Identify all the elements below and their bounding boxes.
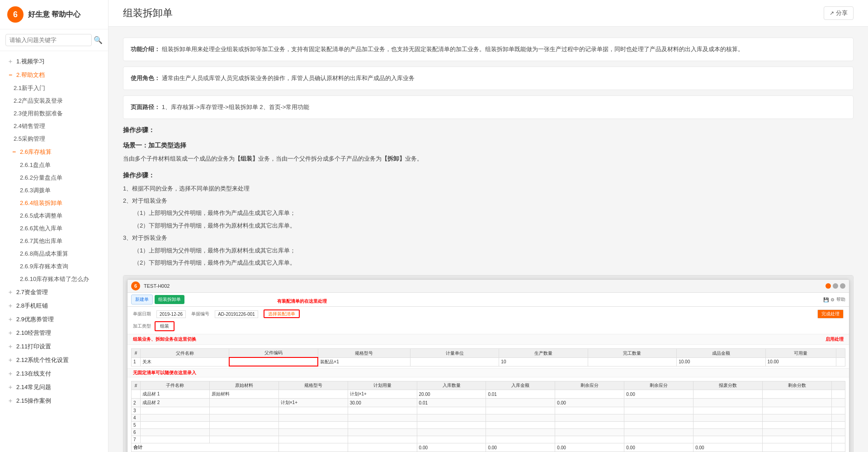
minus-icon-2-6: － — [11, 148, 17, 156]
nav-sub-2-2[interactable]: 2.2产品安装及登录 — [0, 95, 108, 107]
sidebar-item-2-15[interactable]: ＋ 2.15操作案例 — [0, 394, 108, 408]
nav-sub-2-6-2[interactable]: 2.6.2分量盘点单 — [0, 171, 108, 184]
win-icon-1 — [826, 283, 831, 289]
nav-sub-2-6-5[interactable]: 2.6.5成本调整单 — [0, 209, 108, 222]
fake-confirm-btn[interactable]: 完成处理 — [817, 309, 844, 319]
sidebar-item-2-6[interactable]: － 2.6库存核算 — [0, 145, 108, 159]
role-text: 通常由生产人员或库管人员完成拆装业务的操作，库管人员确认原材料的出库和产成品的入… — [162, 75, 415, 81]
fake-process-val[interactable]: 组装 — [155, 321, 175, 331]
nav-sub-2-3[interactable]: 2.3使用前数据准备 — [0, 107, 108, 120]
fake-upper-table: # 父件名称 父件编码 规格型号 计量单位 生产数量 完工数量 成品金额 可用量 — [127, 345, 849, 368]
search-input[interactable] — [5, 34, 92, 46]
share-label: 分享 — [836, 9, 848, 17]
sidebar-item-2[interactable]: － 2.帮助文档 — [0, 68, 108, 82]
fake-nav-icon-3: 帮助 — [836, 296, 845, 303]
nav-sub-2-6-3[interactable]: 2.6.3调拨单 — [0, 184, 108, 197]
plus-icon-1: ＋ — [7, 57, 14, 66]
main-content: 组装拆卸单 ↗ 分享 功能介绍： 组装拆卸单用来处理企业组装或拆卸等加工业务，支… — [108, 0, 868, 452]
nav-sub-2-6-1[interactable]: 2.6.1盘点单 — [0, 159, 108, 171]
fake-app-logo: 6 — [131, 281, 140, 290]
nav-sub-2-6-9[interactable]: 2.6.9库存账本查询 — [0, 260, 108, 273]
fake-app-nav: 新建单 组装拆卸单 💾 ⚙ 帮助 — [127, 293, 849, 307]
table-row: 成品材 1 原始材料 计划×1+ 20.00 0.01 0.00 — [132, 390, 845, 399]
fake-process-label: 加工类型 — [133, 323, 151, 329]
scene1-heading: 场景一：加工类型选择 — [123, 142, 854, 150]
intro-label: 功能介绍： — [131, 46, 160, 52]
search-button[interactable]: 🔍 — [94, 36, 103, 44]
nav-sub-2-5[interactable]: 2.5采购管理 — [0, 133, 108, 145]
step1: 1、根据不同的业务，选择不同单据的类型来处理 — [123, 183, 854, 194]
share-button[interactable]: ↗ 分享 — [824, 6, 854, 20]
ops-section: 操作步骤： 场景一：加工类型选择 当由多个子件材料组装成一个成品的业务为【组装】… — [123, 126, 854, 268]
table-row: 3 — [132, 407, 845, 414]
nav-sub-2-6-4[interactable]: 2.6.4组装拆卸单 — [0, 197, 108, 209]
minus-icon-2: － — [7, 71, 14, 79]
screenshot-container: 6 TEST-H002 新建单 组装拆卸单 💾 — [123, 275, 854, 452]
table-row: 6 — [132, 429, 845, 436]
sidebar-label-2-13: 2.13在线支付 — [16, 370, 51, 378]
ops-steps-heading: 操作步骤： — [123, 171, 854, 180]
sidebar-item-2-13[interactable]: ＋ 2.13在线支付 — [0, 367, 108, 381]
sidebar-item-2-9[interactable]: ＋ 2.9优惠券管理 — [0, 313, 108, 326]
fake-tab-new[interactable]: 新建单 — [131, 295, 153, 305]
page-title: 组装拆卸单 — [123, 6, 173, 20]
fake-nav-icon-1: 💾 — [823, 297, 829, 302]
nav-sub-2-6-8[interactable]: 2.6.8商品成本重算 — [0, 247, 108, 260]
sidebar-item-2-10[interactable]: ＋ 2.10经营管理 — [0, 326, 108, 340]
top-bar: 组装拆卸单 ↗ 分享 — [108, 0, 868, 27]
plus-icon-2-14: ＋ — [7, 383, 14, 391]
annotation-label-4: 无固定清单可以随便在这里录入 — [133, 370, 196, 375]
sidebar-item-2-8[interactable]: ＋ 2.8手机旺铺 — [0, 299, 108, 313]
step3: 3、对于拆装业务 — [123, 233, 854, 243]
ops-heading: 操作步骤： — [123, 126, 854, 134]
sidebar-item-2-7[interactable]: ＋ 2.7资金管理 — [0, 285, 108, 299]
plus-icon-2-15: ＋ — [7, 397, 14, 405]
fake-lower-table: # 子件名称 原始材料 规格型号 计划用量 入库数量 入库金额 剩余应分 剩余应… — [127, 377, 849, 452]
fake-form-area: 单据日期 2019-12-26 单据编号 AD-20191226-001 选择装… — [127, 307, 849, 334]
logo-text: 好生意 帮助中心 — [28, 10, 80, 19]
logo-icon: 6 — [7, 6, 24, 23]
sidebar-item-1[interactable]: ＋ 1.视频学习 — [0, 55, 108, 68]
table-row: 4 — [132, 414, 845, 422]
plus-icon-2-8: ＋ — [7, 302, 14, 310]
fake-app-id: TEST-H002 — [144, 283, 170, 289]
path-label: 页面路径： — [131, 104, 160, 110]
nav-sub-2-4[interactable]: 2.4销售管理 — [0, 120, 108, 133]
plus-icon-2-12: ＋ — [7, 356, 14, 364]
sidebar-item-2-14[interactable]: ＋ 2.14常见问题 — [0, 381, 108, 394]
win-icon-3 — [840, 283, 845, 289]
path-text: 1、库存核算->库存管理->组装拆卸单 2、首页->常用功能 — [162, 104, 310, 110]
sidebar-label-2-6: 2.6库存核算 — [20, 148, 52, 156]
nav-sub-2-6-6[interactable]: 2.6.6其他入库单 — [0, 222, 108, 235]
annotation-1: 有装配清单的在这里处理 — [277, 298, 327, 305]
sidebar-label-2-9: 2.9优惠券管理 — [16, 315, 54, 324]
fake-form-label-date: 单据日期 — [133, 311, 151, 317]
fake-form-label-no: 单据编号 — [191, 311, 209, 317]
plus-icon-2-7: ＋ — [7, 288, 14, 296]
plus-icon-2-10: ＋ — [7, 329, 14, 337]
sidebar-label-2-10: 2.10经营管理 — [16, 329, 51, 337]
fake-annotation-4-row: 无固定清单可以随便在这里录入 — [127, 368, 849, 377]
content-area: 功能介绍： 组装拆卸单用来处理企业组装或拆卸等加工业务，支持有固定装配清单的产品… — [108, 27, 868, 452]
nav-tree: ＋ 1.视频学习 － 2.帮助文档 2.1新手入门 2.2产品安装及登录 2.3… — [0, 51, 108, 452]
sidebar-item-2-11[interactable]: ＋ 2.11打印设置 — [0, 340, 108, 353]
fake-form-no: AD-20191226-001 — [215, 310, 258, 318]
fake-annotations-row: 组装业务、拆卸业务在这里切换 启用处理 — [127, 334, 849, 345]
fake-select-btn[interactable]: 选择装配清单 — [264, 309, 300, 318]
nav-sub-2-6-7[interactable]: 2.6.7其他出库单 — [0, 235, 108, 247]
plus-icon-2-11: ＋ — [7, 343, 14, 351]
logo-area: 6 好生意 帮助中心 — [0, 0, 108, 29]
sidebar-item-2-12[interactable]: ＋ 2.12系统个性化设置 — [0, 353, 108, 367]
annotation-label-2: 组装业务、拆卸业务在这里切换 — [133, 336, 196, 343]
annotation-label-3: 启用处理 — [826, 336, 844, 343]
win-icon-2 — [833, 283, 838, 289]
role-label: 使用角色： — [131, 75, 160, 81]
step2-sub1: （1）上部明细为父件明细，最终作为产成品生成其它入库单； — [134, 208, 854, 218]
nav-sub-2-6-10[interactable]: 2.6.10库存账本错了怎么办 — [0, 273, 108, 285]
fake-app-titlebar: 6 TEST-H002 — [127, 280, 849, 293]
nav-sub-2-1[interactable]: 2.1新手入门 — [0, 82, 108, 95]
step3-sub1: （1）上部明细为父件明细，最终作为原材料生成其它出库单； — [134, 245, 854, 256]
table-row: 5 — [132, 422, 845, 429]
fake-tab-active[interactable]: 组装拆卸单 — [155, 295, 184, 304]
sidebar-label-2-14: 2.14常见问题 — [16, 383, 51, 391]
